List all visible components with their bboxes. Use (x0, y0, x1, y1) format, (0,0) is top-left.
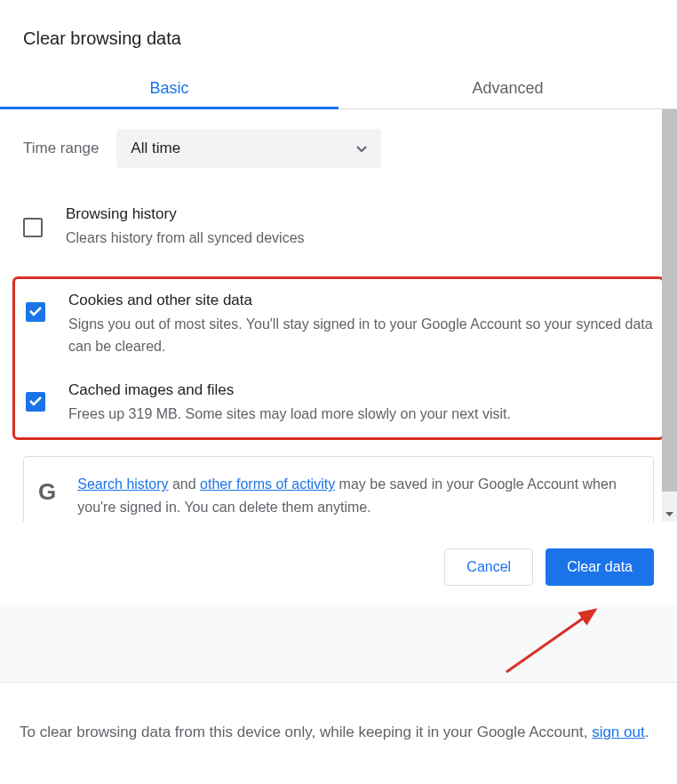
tab-basic[interactable]: Basic (0, 67, 338, 108)
scrollbar-down-button[interactable] (662, 507, 677, 522)
time-range-label: Time range (23, 140, 99, 157)
cancel-button[interactable]: Cancel (444, 548, 533, 586)
search-history-link[interactable]: Search history (77, 476, 168, 492)
chevron-down-icon (356, 146, 367, 152)
option-browsing-history: Browsing history Clears history from all… (23, 205, 654, 250)
option-desc: Signs you out of most sites. You'll stay… (68, 313, 655, 358)
google-account-info: G Search history and other forms of acti… (23, 456, 654, 522)
sign-out-link[interactable]: sign out (592, 724, 645, 740)
tab-advanced[interactable]: Advanced (338, 67, 677, 108)
option-cache: Cached images and files Frees up 319 MB.… (22, 381, 655, 426)
spacer (0, 605, 677, 682)
scrollbar[interactable] (662, 109, 677, 522)
option-title: Browsing history (66, 205, 654, 223)
checkbox-cache[interactable] (26, 392, 45, 412)
dialog-title: Clear browsing data (0, 0, 677, 67)
time-range-select[interactable]: All time (116, 129, 381, 168)
option-desc: Clears history from all synced devices (66, 227, 654, 250)
highlight-annotation: Cookies and other site data Signs you ou… (12, 276, 665, 441)
checkbox-browsing-history[interactable] (23, 218, 43, 237)
option-title: Cached images and files (68, 381, 655, 399)
tab-bar: Basic Advanced (0, 67, 677, 109)
other-activity-link[interactable]: other forms of activity (200, 476, 335, 492)
scrollbar-thumb[interactable] (662, 109, 677, 492)
checkbox-cookies[interactable] (26, 302, 45, 322)
info-text: Search history and other forms of activi… (77, 473, 639, 518)
scroll-area: Time range All time Browsing history Cle… (0, 109, 677, 522)
google-icon: G (38, 478, 56, 506)
bottom-panel: To clear browsing data from this device … (0, 682, 677, 744)
time-range-value: All time (131, 140, 180, 157)
bottom-text: To clear browsing data from this device … (20, 720, 654, 744)
dialog-actions: Cancel Clear data (0, 522, 677, 605)
clear-data-button[interactable]: Clear data (546, 548, 654, 586)
option-desc: Frees up 319 MB. Some sites may load mor… (68, 403, 655, 426)
option-cookies: Cookies and other site data Signs you ou… (22, 292, 655, 358)
option-title: Cookies and other site data (68, 292, 655, 309)
